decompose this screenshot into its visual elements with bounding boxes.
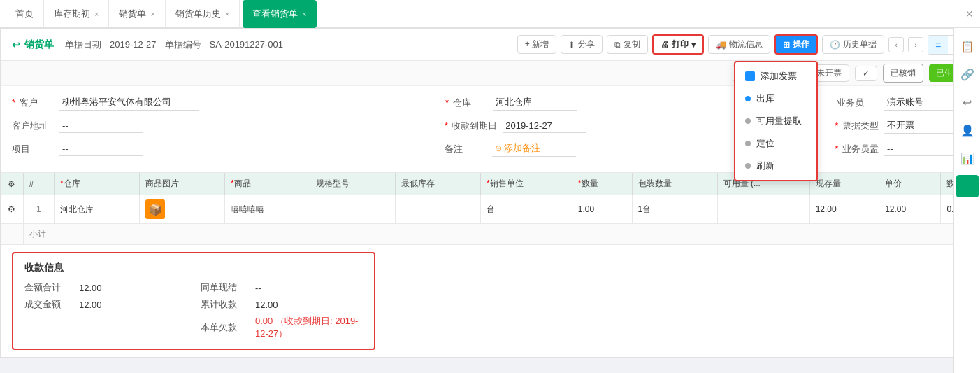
customer-label: * 客户 [12, 97, 54, 109]
row-product: 嘻嘻嘻嘻 [225, 195, 310, 224]
tab-close-history[interactable]: × [225, 10, 229, 18]
summary-box: 收款信息 金额合计 12.00 同单现结 -- 成交金额 12.00 累计收款 … [12, 252, 375, 350]
tab-home[interactable]: 首页 [6, 0, 44, 28]
print-button[interactable]: 🖨 打印 ▾ [652, 34, 704, 55]
operation-button[interactable]: ⊞ 操作 [774, 34, 818, 55]
due-date-value[interactable]: 2019-12-27 [503, 119, 586, 133]
note-label: 备注 [445, 143, 487, 155]
row-pack-qty: 1台 [632, 195, 717, 224]
sold-button[interactable]: 已核销 [883, 64, 923, 83]
tab-view-sales[interactable]: 查看销货单 × [243, 0, 316, 28]
product-table-wrap: ⚙ # *仓库 商品图片 *商品 规格型号 最低库存 *销售单位 *数量 包装数… [1, 172, 979, 245]
project-value[interactable]: -- [59, 142, 143, 156]
operation-dropdown: 添加发票 出库 可用量提取 定位 [734, 61, 818, 181]
sales-order-icon: ↩ [12, 39, 20, 50]
tab-close-sales[interactable]: × [150, 10, 154, 18]
list-view-button[interactable]: ≡ [928, 36, 948, 54]
address-field: 客户地址 -- [12, 119, 403, 133]
col-current-stock: 现存量 [809, 173, 879, 195]
total-amount-row: 金额合计 12.00 [24, 281, 187, 294]
logistics-button[interactable]: 🚚 物流信息 [708, 35, 770, 54]
form-area: * 客户 柳州粤港平安气体有限公司 * 仓库 河北仓库 业务员 演示账号 客户地… [1, 86, 979, 172]
product-table: ⚙ # *仓库 商品图片 *商品 规格型号 最低库存 *销售单位 *数量 包装数… [1, 173, 979, 245]
cumulative-label: 累计收款 [201, 298, 250, 311]
menu-out-warehouse[interactable]: 出库 [735, 87, 816, 110]
sidebar-user-icon[interactable]: 👤 [956, 119, 979, 141]
share-button[interactable]: ⬆ 分享 [561, 35, 603, 54]
form-row-1: * 客户 柳州粤港平安气体有限公司 * 仓库 河北仓库 业务员 演示账号 [12, 94, 968, 111]
table-row: ⚙ 1 河北仓库 📦 嘻嘻嘻嘻 台 1.00 1台 12.00 12.00 0. [1, 195, 979, 224]
add-note-btn[interactable]: ⊕ 添加备注 [492, 141, 576, 157]
row-warehouse: 河北仓库 [54, 195, 139, 224]
row-min-stock [396, 195, 481, 224]
warehouse-value[interactable]: 河北仓库 [493, 94, 577, 111]
col-num: # [23, 173, 54, 195]
staff2-field: * 业务员盂 -- [835, 142, 968, 156]
doc-title: ↩ 销货单 [12, 38, 54, 51]
staff-field: 业务员 演示账号 [837, 94, 968, 111]
tab-close-inventory[interactable]: × [94, 10, 99, 18]
total-amount-label: 金额合计 [24, 281, 73, 294]
copy-button[interactable]: ⧉ 复制 [607, 35, 648, 54]
transaction-amount-row: 成交金额 12.00 [24, 298, 187, 311]
add-invoice-icon [745, 71, 755, 81]
sidebar-copy-icon[interactable]: 📋 [956, 35, 979, 57]
row-spec [310, 195, 396, 224]
col-sales-unit: *销售单位 [481, 173, 572, 195]
project-field: 项目 -- [12, 142, 403, 156]
history-button[interactable]: 🕐 历史单据 [822, 35, 884, 54]
col-spec: 规格型号 [310, 173, 396, 195]
menu-quantity-fetch[interactable]: 可用量提取 [735, 110, 816, 132]
sidebar-chart-icon[interactable]: 📊 [956, 147, 979, 169]
menu-locate[interactable]: 定位 [735, 132, 816, 155]
print-dropdown-arrow: ▾ [691, 40, 696, 50]
transaction-value: 12.00 [79, 300, 102, 310]
main-content: ↩ 销货单 单据日期 2019-12-27 单据编号 SA-20191227-0… [0, 28, 980, 358]
window-close-button[interactable]: × [965, 6, 973, 21]
number-value: SA-20191227-001 [210, 39, 284, 50]
address-label: 客户地址 [12, 120, 54, 132]
doc-title-area: ↩ 销货单 单据日期 2019-12-27 单据编号 SA-20191227-0… [12, 38, 283, 51]
row-product-img: 📦 [139, 195, 224, 224]
tab-sales-order[interactable]: 销货单 × [109, 0, 165, 28]
menu-refresh[interactable]: 刷新 [735, 155, 816, 177]
out-warehouse-icon [745, 96, 751, 101]
locate-icon [745, 141, 751, 146]
right-sidebar: 📋 🔗 ↩ 👤 📊 ⛶ [953, 28, 980, 358]
print-icon: 🖨 [661, 40, 669, 50]
address-value[interactable]: -- [59, 119, 143, 133]
refresh-icon [745, 163, 751, 169]
col-gear: ⚙ [1, 173, 23, 195]
ticket-type-field: * 票据类型 不开票 [835, 118, 968, 134]
operation-wrapper: ⊞ 操作 添加发票 出库 可用量提取 [774, 34, 818, 55]
product-thumbnail: 📦 [145, 199, 165, 219]
sidebar-link-icon[interactable]: 🔗 [956, 63, 979, 85]
check-icon: ✓ [863, 69, 870, 78]
customer-value[interactable]: 柳州粤港平安气体有限公司 [59, 94, 199, 111]
row-sales-unit: 台 [481, 195, 572, 224]
row-available [717, 195, 809, 224]
prev-record-button[interactable]: ‹ [888, 37, 904, 52]
menu-add-invoice[interactable]: 添加发票 [735, 65, 816, 87]
form-row-3: 项目 -- 备注 ⊕ 添加备注 * 业务员盂 -- [12, 141, 968, 157]
next-record-button[interactable]: › [908, 37, 923, 52]
doc-header: ↩ 销货单 单据日期 2019-12-27 单据编号 SA-20191227-0… [1, 29, 979, 61]
col-warehouse: *仓库 [54, 173, 139, 195]
col-pack-qty: 包装数量 [632, 173, 717, 195]
row-current-stock: 12.00 [809, 195, 879, 224]
sidebar-return-icon[interactable]: ↩ [956, 91, 979, 113]
sidebar-expand-icon[interactable]: ⛶ [956, 175, 979, 197]
new-button[interactable]: + 新增 [517, 35, 556, 54]
tab-bar: 首页 库存期初 × 销货单 × 销货单历史 × 查看销货单 × × [0, 0, 980, 28]
row-quantity: 1.00 [572, 195, 632, 224]
tab-inventory-init[interactable]: 库存期初 × [44, 0, 109, 28]
balance-label: 本单欠款 [201, 321, 250, 334]
tab-sales-history[interactable]: 销货单历史 × [166, 0, 240, 28]
copy-icon: ⧉ [614, 40, 621, 50]
total-amount-value: 12.00 [79, 283, 102, 293]
toolbar-right: + 新增 ⬆ 分享 ⧉ 复制 🖨 打印 ▾ 🚚 物流信息 ⊞ [517, 34, 968, 55]
col-product-img: 商品图片 [139, 173, 224, 195]
row-gear[interactable]: ⚙ [1, 195, 23, 224]
check-icon-button[interactable]: ✓ [855, 66, 877, 81]
tab-close-view[interactable]: × [302, 10, 306, 18]
